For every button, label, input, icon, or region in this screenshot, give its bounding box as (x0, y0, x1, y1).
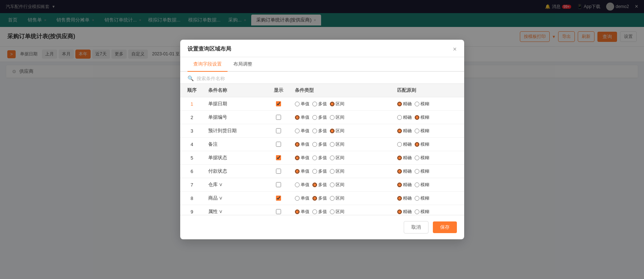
cell-match-6: 精确模糊 (393, 165, 464, 178)
type-option-single-9[interactable]: 单值 (295, 209, 309, 215)
search-input[interactable] (197, 76, 269, 81)
match-option-exact-7[interactable]: 精确 (397, 182, 412, 188)
cell-display-6[interactable] (267, 165, 291, 178)
type-option-single-2[interactable]: 单值 (295, 114, 309, 121)
cell-order-6: 6 (180, 165, 204, 178)
type-option-area-7[interactable]: 区间 (330, 182, 344, 188)
match-option-exact-6[interactable]: 精确 (397, 168, 412, 174)
match-option-fuzzy-1[interactable]: 模糊 (415, 101, 429, 107)
overlay: 设置查询区域布局 × 查询字段设置 布局调整 🔍 顺序 条件名 (0, 0, 644, 279)
type-option-multi-2[interactable]: 多值 (312, 114, 327, 121)
type-option-single-4[interactable]: 单值 (295, 141, 309, 148)
type-option-multi-7[interactable]: 多值 (312, 182, 327, 188)
type-option-multi-4[interactable]: 多值 (312, 141, 327, 148)
checkbox-display-5[interactable] (276, 155, 281, 160)
type-option-multi-6[interactable]: 多值 (312, 168, 327, 174)
cell-display-8[interactable] (267, 192, 291, 205)
type-option-single-7[interactable]: 单值 (295, 182, 309, 188)
cell-name-8: 商品 ∨ (204, 192, 267, 205)
cell-display-4[interactable] (267, 138, 291, 151)
cell-match-5: 精确模糊 (393, 151, 464, 165)
table-row: 5单据状态单值多值区间精确模糊 (180, 151, 464, 165)
type-option-area-8[interactable]: 区间 (330, 195, 344, 201)
match-option-exact-1[interactable]: 精确 (397, 101, 412, 107)
match-option-fuzzy-4[interactable]: 模糊 (415, 141, 429, 148)
type-option-area-9[interactable]: 区间 (330, 209, 344, 215)
cell-name-5: 单据状态 (204, 151, 267, 165)
type-option-multi-9[interactable]: 多值 (312, 209, 327, 215)
type-radio-group-4: 单值多值区间 (295, 141, 389, 148)
match-option-fuzzy-9[interactable]: 模糊 (415, 209, 429, 215)
cell-order-3: 3 (180, 124, 204, 138)
checkbox-display-1[interactable] (276, 101, 281, 106)
match-option-exact-4[interactable]: 精确 (397, 141, 412, 148)
cell-display-7[interactable] (267, 178, 291, 192)
type-option-single-1[interactable]: 单值 (295, 101, 309, 107)
type-option-area-1[interactable]: 区间 (330, 101, 344, 107)
cell-name-1: 单据日期 (204, 97, 267, 111)
match-option-exact-9[interactable]: 精确 (397, 209, 412, 215)
cell-display-5[interactable] (267, 151, 291, 165)
cell-display-1[interactable] (267, 97, 291, 111)
cell-name-6: 付款状态 (204, 165, 267, 178)
cancel-button[interactable]: 取消 (404, 221, 428, 233)
cell-display-3[interactable] (267, 124, 291, 138)
dialog-search-area: 🔍 (180, 72, 464, 84)
match-option-fuzzy-6[interactable]: 模糊 (415, 168, 429, 174)
checkbox-display-6[interactable] (276, 169, 281, 174)
search-icon: 🔍 (187, 75, 194, 81)
type-option-single-5[interactable]: 单值 (295, 155, 309, 161)
checkbox-display-2[interactable] (276, 115, 281, 120)
type-radio-group-1: 单值多值区间 (295, 101, 389, 107)
type-option-single-3[interactable]: 单值 (295, 128, 309, 134)
cell-order-9: 9 (180, 205, 204, 215)
cell-order-8: 8 (180, 192, 204, 205)
match-option-exact-8[interactable]: 精确 (397, 195, 412, 201)
type-option-area-6[interactable]: 区间 (330, 168, 344, 174)
match-option-fuzzy-3[interactable]: 模糊 (415, 128, 429, 134)
type-option-area-2[interactable]: 区间 (330, 114, 344, 121)
type-radio-group-7: 单值多值区间 (295, 182, 389, 188)
match-option-fuzzy-8[interactable]: 模糊 (415, 195, 429, 201)
tab-layout-adjust[interactable]: 布局调整 (228, 57, 258, 72)
type-option-area-5[interactable]: 区间 (330, 155, 344, 161)
match-radio-group-5: 精确模糊 (397, 155, 459, 161)
checkbox-display-4[interactable] (276, 142, 281, 147)
dialog-close-button[interactable]: × (453, 46, 457, 52)
type-radio-group-9: 单值多值区间 (295, 209, 389, 215)
type-option-multi-1[interactable]: 多值 (312, 101, 327, 107)
cell-display-9[interactable] (267, 205, 291, 215)
tab-field-settings[interactable]: 查询字段设置 (187, 57, 228, 72)
dialog: 设置查询区域布局 × 查询字段设置 布局调整 🔍 顺序 条件名 (180, 40, 464, 239)
type-option-multi-5[interactable]: 多值 (312, 155, 327, 161)
match-option-exact-2[interactable]: 精确 (397, 114, 412, 121)
type-option-area-3[interactable]: 区间 (330, 128, 344, 134)
type-option-single-6[interactable]: 单值 (295, 168, 309, 174)
cell-display-2[interactable] (267, 111, 291, 124)
cell-match-4: 精确模糊 (393, 138, 464, 151)
checkbox-display-8[interactable] (276, 196, 281, 201)
type-option-single-8[interactable]: 单值 (295, 195, 309, 201)
type-option-area-4[interactable]: 区间 (330, 141, 344, 148)
checkbox-display-3[interactable] (276, 128, 281, 133)
table-row: 7仓库 ∨单值多值区间精确模糊 (180, 178, 464, 192)
type-option-multi-3[interactable]: 多值 (312, 128, 327, 134)
col-header-display: 显示 (267, 84, 291, 97)
match-radio-group-9: 精确模糊 (397, 209, 459, 215)
match-option-exact-5[interactable]: 精确 (397, 155, 412, 161)
col-header-name: 条件名称 (204, 84, 267, 97)
cell-type-4: 单值多值区间 (291, 138, 393, 151)
match-option-fuzzy-5[interactable]: 模糊 (415, 155, 429, 161)
col-header-order: 顺序 (180, 84, 204, 97)
save-button[interactable]: 保存 (433, 221, 457, 233)
match-option-fuzzy-2[interactable]: 模糊 (415, 114, 429, 121)
checkbox-display-9[interactable] (276, 209, 281, 214)
cell-order-7: 7 (180, 178, 204, 192)
type-option-multi-8[interactable]: 多值 (312, 195, 327, 201)
cell-match-2: 精确模糊 (393, 111, 464, 124)
table-row: 8商品 ∨单值多值区间精确模糊 (180, 192, 464, 205)
type-radio-group-8: 单值多值区间 (295, 195, 389, 201)
match-option-fuzzy-7[interactable]: 模糊 (415, 182, 429, 188)
match-option-exact-3[interactable]: 精确 (397, 128, 412, 134)
checkbox-display-7[interactable] (276, 182, 281, 187)
